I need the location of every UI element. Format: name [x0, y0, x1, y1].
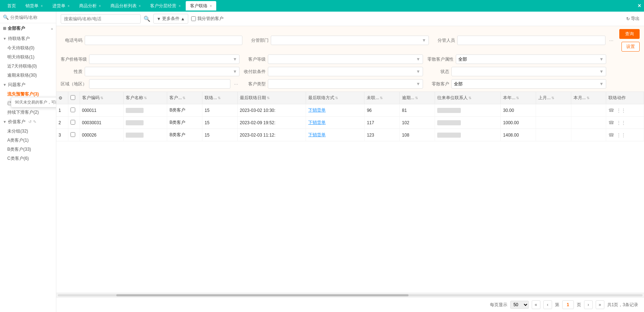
- first-page-button[interactable]: «: [532, 300, 540, 309]
- area-input[interactable]: [89, 79, 230, 89]
- sidebar-collapse-icon[interactable]: «: [51, 27, 53, 31]
- th-settings[interactable]: ⚙: [56, 92, 68, 104]
- dept-select[interactable]: ▼: [271, 36, 428, 45]
- my-customers-checkbox[interactable]: [191, 16, 196, 21]
- zero-customer-select[interactable]: 全部 ▼: [451, 79, 606, 89]
- prev-page-button[interactable]: ‹: [543, 300, 552, 309]
- export-button[interactable]: ↻ 导出: [626, 16, 640, 22]
- sidebar-item-7day-pending[interactable]: 近7天待联络(0): [0, 62, 56, 71]
- close-icon[interactable]: ×: [41, 4, 43, 8]
- filter-zero-attr-field: 零散客户属性 全部 ▼: [427, 54, 606, 64]
- tab-customer-tier[interactable]: 客户分层经营 ×: [146, 1, 185, 11]
- close-icon[interactable]: ×: [210, 4, 212, 8]
- sidebar-group-problem[interactable]: ▼ 问题客户: [0, 80, 56, 90]
- filter-phone-field: 电话号码: [61, 36, 242, 45]
- customer-level-select[interactable]: ▼: [268, 54, 423, 64]
- sort-icon[interactable]: ⇅: [587, 96, 589, 100]
- tab-product-analysis[interactable]: 商品分析 ×: [75, 1, 105, 11]
- more-conditions-button[interactable]: ▼ 更多条件 ▲: [153, 14, 188, 24]
- row-contact-person: ███: [435, 117, 501, 129]
- sidebar-item-declining[interactable]: 持续下滑客户(2): [0, 108, 56, 117]
- close-icon[interactable]: ×: [68, 4, 70, 8]
- category-search-input[interactable]: [10, 15, 56, 20]
- sidebar-item-overdue-pending[interactable]: 逾期未联络(30): [0, 71, 56, 80]
- sort-icon[interactable]: ⇅: [182, 96, 185, 100]
- sort-icon[interactable]: ⇅: [380, 96, 383, 100]
- last-method-link[interactable]: 下销货单: [308, 120, 326, 125]
- scrollbar-thumb[interactable]: [116, 294, 409, 296]
- more-button-area[interactable]: ···: [233, 81, 240, 87]
- my-customers-checkbox-label[interactable]: 我分管的客户: [191, 16, 224, 22]
- gender-select[interactable]: ▼: [85, 67, 240, 76]
- zero-attr-select[interactable]: 全部 ▼: [456, 54, 606, 64]
- person-input[interactable]: [457, 36, 606, 45]
- action-phone-icon[interactable]: ☎: [608, 132, 614, 138]
- row-overdue: 108: [400, 129, 435, 141]
- sidebar-item-ungroup[interactable]: 未分组(32): [0, 127, 56, 136]
- sort-icon[interactable]: ⇅: [335, 96, 338, 100]
- action-menu-icon[interactable]: ⋮⋮: [616, 120, 626, 125]
- row-checkbox[interactable]: [71, 108, 75, 112]
- row-code: 000026: [80, 129, 123, 141]
- last-method-link[interactable]: 下销货单: [308, 132, 326, 137]
- sort-icon[interactable]: ⇅: [516, 96, 519, 100]
- sidebar-item-tomorrow-pending[interactable]: 明天待联络(1): [0, 53, 56, 62]
- close-icon[interactable]: ×: [99, 4, 101, 8]
- search-input[interactable]: [61, 14, 141, 24]
- close-icon[interactable]: ×: [139, 4, 141, 8]
- window-close-button[interactable]: ×: [638, 3, 641, 9]
- sort-icon[interactable]: ⇅: [415, 96, 418, 100]
- action-phone-icon[interactable]: ☎: [608, 108, 614, 113]
- sort-icon[interactable]: ⇅: [551, 96, 554, 100]
- page-number-input[interactable]: [562, 300, 574, 309]
- setting-button[interactable]: 设置: [621, 42, 640, 52]
- customer-type-select[interactable]: ▼: [268, 79, 423, 89]
- chevron-down-icon: ▼: [422, 38, 426, 43]
- row-checkbox-cell[interactable]: [68, 104, 80, 117]
- page-size-select[interactable]: 50 20 100: [510, 301, 529, 309]
- status-select[interactable]: ▼: [451, 67, 606, 76]
- action-menu-icon[interactable]: ⋮⋮: [616, 108, 626, 113]
- more-button[interactable]: ···: [608, 37, 615, 43]
- row-index: 1: [56, 104, 68, 117]
- sort-icon[interactable]: ⇅: [144, 96, 147, 100]
- edit-icon[interactable]: ✎: [33, 119, 36, 124]
- row-checkbox[interactable]: [71, 132, 75, 137]
- refresh-icon[interactable]: ↺: [28, 119, 32, 124]
- row-last-date: 2023-02-03 11:12:: [237, 129, 306, 141]
- next-page-button[interactable]: ›: [584, 300, 593, 309]
- close-icon[interactable]: ×: [178, 4, 181, 8]
- row-no-contact: 96: [365, 104, 400, 117]
- select-all-checkbox[interactable]: [71, 95, 75, 100]
- sort-icon[interactable]: ⇅: [468, 96, 471, 100]
- sidebar-group-value[interactable]: ▼ 价值客户 ↺ ✎: [0, 117, 56, 127]
- tab-sales[interactable]: 销货单 ×: [21, 1, 47, 11]
- sort-icon[interactable]: ⇅: [218, 96, 221, 100]
- row-checkbox[interactable]: [71, 120, 75, 125]
- search-button[interactable]: 🔍: [144, 16, 150, 22]
- th-checkbox[interactable]: [68, 92, 80, 104]
- sidebar-item-a-class[interactable]: A类客户(1): [0, 136, 56, 145]
- tab-product-list[interactable]: 商品分析列表 ×: [106, 1, 145, 11]
- sidebar-item-c-class[interactable]: C类客户(6): [0, 154, 56, 163]
- phone-input[interactable]: [85, 36, 242, 45]
- sidebar-item-b-class[interactable]: B类客户(33): [0, 145, 56, 154]
- query-button[interactable]: 查询: [619, 29, 640, 39]
- sidebar-group-pending[interactable]: ▼ 待联络客户: [0, 34, 56, 44]
- payment-select[interactable]: ▼: [268, 67, 423, 76]
- action-phone-icon[interactable]: ☎: [608, 120, 614, 125]
- last-page-button[interactable]: »: [596, 300, 604, 309]
- tab-purchase[interactable]: 进货单 ×: [48, 1, 74, 11]
- row-checkbox-cell[interactable]: [68, 129, 80, 141]
- tab-customer-contact[interactable]: 客户联络 ×: [186, 1, 216, 11]
- sort-icon[interactable]: ⇅: [267, 96, 270, 100]
- action-menu-icon[interactable]: ⋮⋮: [616, 132, 626, 138]
- row-contacts: 15: [202, 129, 238, 141]
- price-level-select[interactable]: ▼: [89, 54, 240, 64]
- sidebar-item-today-pending[interactable]: 今天待联络(0): [0, 44, 56, 53]
- tab-home[interactable]: 首页: [3, 1, 20, 11]
- last-method-link[interactable]: 下销货单: [308, 108, 326, 113]
- horizontal-scrollbar[interactable]: [56, 293, 644, 297]
- sort-icon[interactable]: ⇅: [100, 96, 103, 100]
- row-checkbox-cell[interactable]: [68, 117, 80, 129]
